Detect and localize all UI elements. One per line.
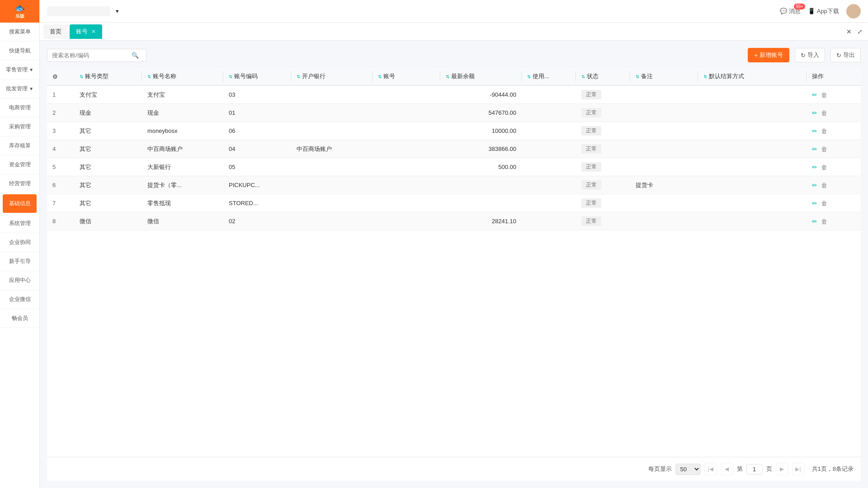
sort-icon-bank: ⇅ — [297, 74, 300, 79]
delete-button[interactable]: 🗑 — [821, 182, 827, 189]
sidebar-item-capital[interactable]: 资金管理 — [0, 155, 39, 174]
topbar-search-box[interactable] — [47, 6, 110, 16]
account-search-input[interactable] — [52, 52, 129, 59]
sidebar-item-guide[interactable]: 新手引导 — [0, 252, 39, 271]
th-default-settlement[interactable]: ⇅ 默认结算方式 — [698, 68, 807, 85]
sidebar-item-operations[interactable]: 经营管理 — [0, 174, 39, 193]
page-last-button[interactable]: ▶| — [792, 463, 805, 475]
th-type[interactable]: ⇅ 账号类型 — [74, 68, 142, 85]
account-search-box[interactable]: 🔍 — [47, 49, 146, 62]
page-prev-button[interactable]: ◀ — [721, 463, 733, 475]
sidebar-item-wholesale[interactable]: 批发管理 ▼ — [0, 80, 39, 99]
th-account-num[interactable]: ⇅ 账号 — [373, 68, 440, 85]
delete-button[interactable]: 🗑 — [821, 218, 827, 225]
sidebar-item-search-menu[interactable]: 搜索菜单 — [0, 23, 39, 42]
page-first-button[interactable]: |◀ — [704, 463, 717, 475]
tab-close-icon[interactable]: ✕ — [91, 28, 96, 35]
sidebar-item-member[interactable]: 畅会员 — [0, 309, 39, 328]
page-size-select[interactable]: 50 20 100 — [675, 464, 701, 475]
table-row: 3 其它 moneybosx 06 10000.00 正常 ✏ 🗑 — [47, 122, 861, 140]
toolbar-right: + 新增账号 ↻ 导入 ↻ 导出 — [748, 48, 861, 62]
action-buttons: ✏ 🗑 — [812, 182, 855, 189]
delete-button[interactable]: 🗑 — [821, 145, 827, 153]
th-name[interactable]: ⇅ 账号名称 — [142, 68, 223, 85]
edit-button[interactable]: ✏ — [812, 145, 817, 153]
th-code[interactable]: ⇅ 账号编码 — [223, 68, 291, 85]
cell-type: 支付宝 — [74, 85, 142, 104]
edit-button[interactable]: ✏ — [812, 200, 817, 207]
window-close-button[interactable]: ✕ — [844, 27, 854, 36]
tab-account[interactable]: 账号 ✕ — [70, 24, 102, 39]
search-icon: 🔍 — [132, 52, 139, 59]
import-icon: ↻ — [801, 52, 806, 59]
table-row: 6 其它 提货卡（零... PICKUPC... 正常 提货卡 ✏ 🗑 — [47, 176, 861, 194]
th-balance[interactable]: ⇅ 最新余额 — [440, 68, 522, 85]
edit-button[interactable]: ✏ — [812, 91, 817, 99]
app-download-button[interactable]: 📱 App下载 — [808, 7, 839, 15]
cell-status: 正常 — [576, 140, 630, 158]
cell-bank: 中百商场账户 — [291, 140, 373, 158]
cell-account-num — [373, 140, 440, 158]
edit-button[interactable]: ✏ — [812, 218, 817, 225]
th-usage[interactable]: ⇅ 使用... — [522, 68, 576, 85]
window-maximize-button[interactable]: ⤢ — [855, 27, 864, 36]
sidebar: 🐟 乐版 搜索菜单 快捷导航 零售管理 ▼ 批发管理 ▼ 电商管理 采购管理 库… — [0, 0, 40, 488]
sidebar-item-app-center[interactable]: 应用中心 — [0, 271, 39, 290]
sidebar-item-wechat[interactable]: 企业微信 — [0, 290, 39, 309]
cell-default-settlement — [698, 104, 807, 122]
sidebar-item-inventory[interactable]: 库存核算 — [0, 136, 39, 155]
chevron-down-icon: ▾ — [116, 8, 119, 14]
th-remark[interactable]: ⇅ 备注 — [630, 68, 698, 85]
sidebar-item-purchase[interactable]: 采购管理 — [0, 117, 39, 136]
cell-type: 其它 — [74, 158, 142, 176]
export-button[interactable]: ↻ 导出 — [830, 48, 861, 62]
status-badge: 正常 — [581, 126, 601, 136]
th-settings[interactable]: ⚙ — [47, 68, 74, 85]
cell-bank — [291, 212, 373, 230]
delete-button[interactable]: 🗑 — [821, 200, 827, 207]
delete-button[interactable]: 🗑 — [821, 127, 827, 135]
cell-balance: 547670.00 — [440, 104, 522, 122]
page-next-button[interactable]: ▶ — [776, 463, 788, 475]
sidebar-item-basic[interactable]: 基础信息 — [3, 194, 37, 213]
sidebar-item-enterprise[interactable]: 企业协同 — [0, 233, 39, 252]
table-header-row: ⚙ ⇅ 账号类型 ⇅ 账号名称 ⇅ 账号编码 — [47, 68, 861, 85]
total-info: 共1页，8条记录 — [812, 465, 854, 473]
edit-button[interactable]: ✏ — [812, 164, 817, 171]
tab-home[interactable]: 首页 — [43, 24, 68, 39]
data-table: ⚙ ⇅ 账号类型 ⇅ 账号名称 ⇅ 账号编码 — [47, 68, 861, 457]
cell-type: 其它 — [74, 140, 142, 158]
add-account-button[interactable]: + 新增账号 — [748, 48, 789, 62]
page-area: 🔍 + 新增账号 ↻ 导入 ↻ 导出 — [40, 41, 868, 488]
sidebar-item-ecommerce[interactable]: 电商管理 — [0, 99, 39, 117]
tabbar: 首页 账号 ✕ ✕ ⤢ — [40, 23, 868, 41]
delete-button[interactable]: 🗑 — [821, 91, 827, 99]
message-button[interactable]: 💬 消息 99+ — [780, 7, 801, 15]
status-badge: 正常 — [581, 108, 601, 117]
cell-bank — [291, 194, 373, 212]
sidebar-item-system[interactable]: 系统管理 — [0, 214, 39, 233]
cell-account-num — [373, 158, 440, 176]
cell-type: 其它 — [74, 194, 142, 212]
cell-usage — [522, 158, 576, 176]
cell-type: 现金 — [74, 104, 142, 122]
account-page: 🔍 + 新增账号 ↻ 导入 ↻ 导出 — [40, 41, 868, 488]
sidebar-item-retail[interactable]: 零售管理 ▼ — [0, 61, 39, 80]
th-status[interactable]: ⇅ 状态 — [576, 68, 630, 85]
import-button[interactable]: ↻ 导入 — [795, 48, 825, 62]
sidebar-item-shortcut[interactable]: 快捷导航 — [0, 42, 39, 61]
delete-button[interactable]: 🗑 — [821, 164, 827, 171]
topbar-search-input[interactable] — [52, 8, 106, 14]
table-row: 2 现金 现金 01 547670.00 正常 ✏ 🗑 — [47, 104, 861, 122]
edit-button[interactable]: ✏ — [812, 127, 817, 135]
cell-default-settlement — [698, 194, 807, 212]
topbar-left: ▾ — [47, 6, 119, 16]
edit-button[interactable]: ✏ — [812, 182, 817, 189]
topbar-dropdown[interactable]: ▾ — [116, 8, 119, 14]
page-number-input[interactable] — [746, 464, 763, 474]
user-avatar[interactable] — [846, 4, 861, 19]
page-size-label: 每页显示 — [648, 465, 672, 473]
edit-button[interactable]: ✏ — [812, 109, 817, 117]
delete-button[interactable]: 🗑 — [821, 109, 827, 117]
th-bank[interactable]: ⇅ 开户银行 — [291, 68, 373, 85]
